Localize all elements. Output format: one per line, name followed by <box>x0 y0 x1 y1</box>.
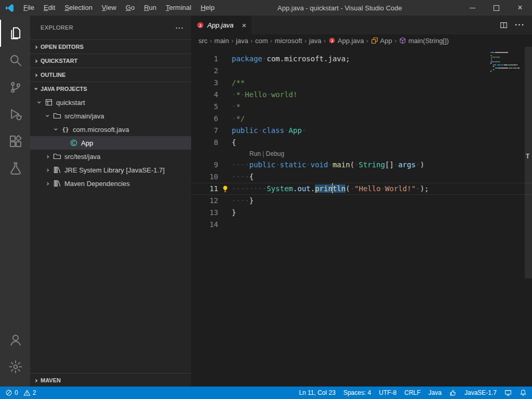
code-line-3[interactable]: 3/** <box>191 77 532 89</box>
section-maven[interactable]: › MAVEN <box>30 373 191 387</box>
tree-item-jre-system-library-javase-1-7[interactable]: ›JRE System Library [JavaSE-1.7] <box>30 163 191 177</box>
line-number[interactable]: 9 <box>191 159 218 171</box>
breadcrumb-main-string[interactable]: main(String[]) <box>399 37 449 45</box>
status-eol[interactable]: CRLF <box>404 389 420 396</box>
menu-terminal[interactable]: Terminal <box>161 0 196 16</box>
code-line-14[interactable]: 14 <box>191 219 532 231</box>
status-errors[interactable]: 0 <box>5 389 18 396</box>
menu-file[interactable]: File <box>19 0 39 16</box>
line-number[interactable]: 1 <box>191 53 218 65</box>
status-language-mode[interactable]: Java <box>429 389 442 396</box>
code-editor[interactable]: 1package·com.microsoft.java;23/**4·*·Hel… <box>191 47 532 387</box>
code-line-6[interactable]: 6·*/ <box>191 113 532 125</box>
minimap[interactable] <box>490 52 523 74</box>
activity-settings[interactable] <box>0 353 30 380</box>
line-number[interactable]: 12 <box>191 195 218 207</box>
tree-item-app[interactable]: App <box>30 136 191 150</box>
chevron-icon: › <box>35 98 44 107</box>
menu-help[interactable]: Help <box>196 0 219 16</box>
section-java-projects[interactable]: ›JAVA PROJECTS <box>30 82 191 96</box>
status-remote[interactable] <box>504 389 512 396</box>
menu-go[interactable]: Go <box>121 0 139 16</box>
codelens-debug[interactable]: Debug <box>266 150 284 157</box>
java-file-icon: J <box>328 37 336 44</box>
editor-scrollbar[interactable]: T <box>525 47 532 278</box>
chevron-icon: › <box>44 112 52 120</box>
close-button[interactable]: × <box>508 0 532 16</box>
tab-app-java[interactable]: JApp.java× <box>191 16 251 34</box>
activity-source-control[interactable] <box>0 74 30 101</box>
minimize-button[interactable] <box>460 0 484 16</box>
tree-item-maven-dependencies[interactable]: ›Maven Dependencies <box>30 177 191 190</box>
split-editor-icon[interactable] <box>500 21 508 29</box>
gutter-lightbulb <box>218 195 232 207</box>
folder-icon <box>52 112 62 120</box>
tree-item-com-microsoft-java[interactable]: ›{}com.microsoft.java <box>30 123 191 136</box>
code-line-2[interactable]: 2 <box>191 65 532 77</box>
menu-run[interactable]: Run <box>139 0 161 16</box>
line-number[interactable]: 6 <box>191 113 218 125</box>
code-line-12[interactable]: 12····} <box>191 195 532 207</box>
codelens-run[interactable]: Run <box>249 150 261 157</box>
line-number[interactable]: 5 <box>191 101 218 113</box>
code-line-5[interactable]: 5·* <box>191 101 532 113</box>
line-number[interactable]: 13 <box>191 207 218 219</box>
section-open-editors[interactable]: ›OPEN EDITORS <box>30 39 191 54</box>
status-warnings[interactable]: 2 <box>23 389 36 396</box>
tab-close-icon[interactable]: × <box>242 21 247 30</box>
activity-search[interactable] <box>0 47 30 74</box>
breadcrumb-microsoft[interactable]: microsoft <box>275 37 302 45</box>
tree-item-src-test-java[interactable]: ›src/test/java <box>30 150 191 163</box>
line-number[interactable]: 7 <box>191 125 218 137</box>
line-number[interactable]: 2 <box>191 65 218 77</box>
activity-run-debug[interactable] <box>0 101 30 128</box>
breadcrumb-app[interactable]: App <box>371 37 392 45</box>
code-line-11[interactable]: 11········System.out.println(·"Hello·Wor… <box>191 183 532 195</box>
java-file-icon: J <box>196 21 204 29</box>
breadcrumb-main[interactable]: main <box>215 37 229 45</box>
status-java-runtime[interactable]: JavaSE-1.7 <box>464 389 497 396</box>
activity-bar <box>0 16 30 387</box>
line-number[interactable]: 8 <box>191 137 218 149</box>
section-quickstart[interactable]: ›QUICKSTART <box>30 54 191 68</box>
menu-selection[interactable]: Selection <box>60 0 97 16</box>
tree-item-quickstart[interactable]: ›quickstart <box>30 96 191 109</box>
activity-extensions[interactable] <box>0 128 30 155</box>
status-feedback[interactable] <box>449 389 457 396</box>
line-number[interactable]: 3 <box>191 77 218 89</box>
line-number[interactable]: 14 <box>191 219 218 231</box>
line-number[interactable]: 11 <box>191 183 218 195</box>
breadcrumb-app-java[interactable]: JApp.java <box>328 37 364 45</box>
maximize-button[interactable] <box>484 0 508 16</box>
status-encoding[interactable]: UTF-8 <box>379 389 396 396</box>
editor-more-actions[interactable]: ··· <box>515 20 525 30</box>
status-indentation[interactable]: Spaces: 4 <box>343 389 371 396</box>
menu-edit[interactable]: Edit <box>39 0 60 16</box>
activity-accounts[interactable] <box>0 326 30 353</box>
breadcrumb-src[interactable]: src <box>198 37 207 45</box>
sidebar-more-actions[interactable]: ··· <box>176 24 184 32</box>
tree-item-src-main-java[interactable]: ›src/main/java <box>30 109 191 123</box>
code-line-9[interactable]: 9····public·static·void·main(·String[]·a… <box>191 159 532 171</box>
status-notifications[interactable] <box>520 389 527 396</box>
breadcrumb-java[interactable]: java <box>236 37 248 45</box>
code-line-7[interactable]: 7public·class·App· <box>191 125 532 137</box>
gutter-lightbulb <box>218 137 232 149</box>
code-line-1[interactable]: 1package·com.microsoft.java; <box>191 53 532 65</box>
code-line-10[interactable]: 10····{ <box>191 171 532 183</box>
line-number[interactable]: 10 <box>191 171 218 183</box>
code-line-4[interactable]: 4·*·Hello·world! <box>191 89 532 101</box>
gutter-lightbulb[interactable] <box>218 183 232 195</box>
gutter-lightbulb <box>218 77 232 89</box>
code-line-13[interactable]: 13} <box>191 207 532 219</box>
breadcrumb-com[interactable]: com <box>255 37 268 45</box>
status-cursor-position[interactable]: Ln 11, Col 23 <box>299 389 336 396</box>
code-line-8[interactable]: 8{ <box>191 137 532 149</box>
workbench: EXPLORER ··· ›OPEN EDITORS›QUICKSTART›OU… <box>0 16 532 387</box>
line-number[interactable]: 4 <box>191 89 218 101</box>
menu-view[interactable]: View <box>97 0 121 16</box>
section-outline[interactable]: ›OUTLINE <box>30 68 191 82</box>
activity-explorer[interactable] <box>0 20 30 47</box>
breadcrumb-java[interactable]: java <box>309 37 322 45</box>
activity-testing[interactable] <box>0 155 30 182</box>
